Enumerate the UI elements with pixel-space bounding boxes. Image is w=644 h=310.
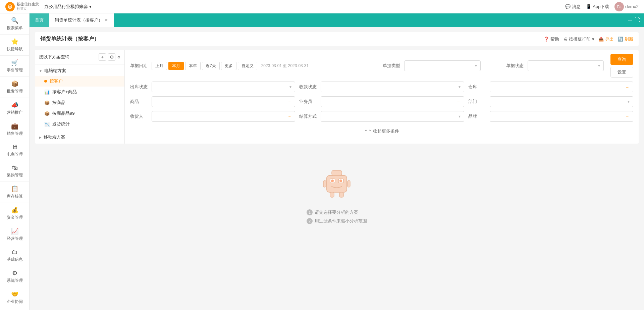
doc-type-arrow-icon: ▾: [475, 63, 477, 68]
scheme-item-by-product-99-label: 按商品品99: [52, 110, 74, 116]
scheme-item-customer-product[interactable]: 📊 按客户+商品: [35, 87, 124, 97]
app-download-btn[interactable]: 📱 App下载: [586, 4, 609, 10]
scheme-item-by-customer[interactable]: 按客户: [35, 76, 124, 87]
sidebar-item-system[interactable]: ⚙ 系统管理: [0, 266, 29, 287]
help-label: 帮助: [550, 36, 559, 42]
salesperson-label: 业务员: [299, 99, 318, 105]
export-btn[interactable]: 📤 导出: [598, 36, 614, 42]
scheme-item-return-stat[interactable]: 📉 退货统计: [35, 119, 124, 130]
scheme-item-by-product-label: 按商品: [52, 100, 65, 106]
retail-icon: 🛒: [11, 59, 18, 66]
scheme-add-btn[interactable]: +: [99, 53, 106, 61]
out-status-control[interactable]: ▾: [152, 82, 295, 92]
purchase-icon: 🛍: [12, 164, 18, 171]
warehouse-control[interactable]: ···: [490, 82, 633, 92]
download-icon: 📱: [586, 4, 591, 9]
date-btn-more[interactable]: 更多: [221, 62, 236, 70]
query-btn[interactable]: 查询: [610, 54, 633, 65]
receipt-status-label: 收款状态: [299, 84, 318, 90]
department-control[interactable]: ▾: [490, 96, 633, 107]
tip-num-1: 1: [307, 209, 313, 215]
tip-text-2: 用过滤条件来缩小分析范围: [315, 218, 367, 224]
setting-btn[interactable]: 设置: [610, 67, 633, 78]
top-bar: 畅捷信好生意 标签页 办公用品行业模拟账套 ▾ 💬 消息 📱 App下载 Ea: [0, 0, 644, 13]
empty-tip-2: 2 用过滤条件来缩小分析范围: [307, 218, 367, 224]
sidebar-item-wholesale[interactable]: 📦 批发管理: [0, 77, 29, 98]
sidebar-item-retail[interactable]: 🛒 零售管理: [0, 56, 29, 77]
sidebar-item-search[interactable]: 🔍 搜索菜单: [0, 13, 29, 35]
marketing-icon: 📣: [11, 101, 18, 109]
scheme-group-mobile: ▶ 移动端方案: [35, 131, 124, 144]
doc-type-control[interactable]: ▾: [404, 60, 480, 71]
date-btn-this-month[interactable]: 本月: [168, 62, 184, 70]
sidebar-label-quick-nav: 快捷导航: [7, 46, 23, 52]
top-bar-left: 畅捷信好生意 标签页 办公用品行业模拟账套 ▾: [5, 2, 94, 11]
scheme-item-by-product-99[interactable]: 📦 按商品品99: [35, 108, 124, 119]
mobile-group-label: 移动端方案: [44, 134, 65, 140]
sidebar-item-quick-nav[interactable]: ⭐ 快捷导航: [0, 35, 29, 56]
brand-control[interactable]: ···: [490, 111, 633, 122]
sidebar-label-ecom: 电商管理: [7, 152, 23, 157]
scheme-group-mobile-header[interactable]: ▶ 移动端方案: [35, 132, 124, 142]
help-btn[interactable]: ❓ 帮助: [544, 36, 559, 42]
tab-minimize-btn[interactable]: ─: [628, 17, 632, 23]
product-label: 商品: [130, 99, 149, 105]
salesperson-control[interactable]: ···: [321, 96, 464, 107]
print-label: 按模板打印: [569, 36, 591, 42]
message-btn[interactable]: 💬 消息: [565, 4, 581, 10]
sidebar-item-basic[interactable]: 🗂 基础信息: [0, 245, 29, 266]
date-btn-last-month[interactable]: 上月: [152, 62, 167, 70]
scheme-group-pc-header[interactable]: ▼ 电脑端方案: [35, 66, 124, 76]
date-btn-7days[interactable]: 近7天: [202, 62, 220, 70]
avatar: Ea: [614, 2, 624, 11]
tab-home[interactable]: 首页: [30, 13, 49, 27]
inventory-icon: 📋: [11, 185, 18, 193]
date-btn-this-year[interactable]: 本年: [185, 62, 201, 70]
brand-dots-icon: ···: [626, 114, 630, 119]
empty-tip-1: 1 请先选择要分析的方案: [307, 209, 367, 215]
settlement-control[interactable]: ▾: [321, 111, 464, 122]
user-profile-btn[interactable]: Ea demo2: [614, 2, 639, 11]
sidebar-item-inventory[interactable]: 📋 库存核算: [0, 182, 29, 203]
tip-text-1: 请先选择要分析的方案: [315, 209, 358, 215]
salesperson-dots-icon: ···: [457, 99, 461, 104]
print-btn[interactable]: 🖨 按模板打印 ▾: [563, 36, 594, 42]
sidebar-item-guide[interactable]: 🎓 新手引导: [0, 308, 29, 310]
doc-status-control[interactable]: ▾: [528, 60, 604, 71]
product-dots-icon: ···: [287, 99, 291, 104]
scheme-collapse-btn[interactable]: «: [117, 54, 120, 60]
finance-icon: 💰: [11, 206, 18, 214]
tab-maximize-btn[interactable]: ⛶: [635, 17, 640, 23]
receipt-status-control[interactable]: ▾: [321, 82, 464, 92]
settlement-label: 结算方式: [299, 113, 318, 119]
product-control[interactable]: ···: [152, 96, 295, 107]
sidebar-item-sales-mgmt[interactable]: 💼 销售管理: [0, 119, 29, 140]
department-label: 部门: [468, 99, 487, 105]
refresh-btn[interactable]: 🔄 刷新: [618, 36, 633, 42]
return-stat-icon: 📉: [44, 121, 50, 127]
sidebar-item-ecom[interactable]: 🖥 电商管理: [0, 140, 29, 161]
sidebar-item-marketing[interactable]: 📣 营销推广: [0, 98, 29, 119]
sidebar-label-finance: 资金管理: [7, 215, 23, 220]
sidebar-item-purchase[interactable]: 🛍 采购管理: [0, 161, 29, 182]
tab-close-btn[interactable]: ✕: [105, 18, 108, 22]
svg-rect-0: [327, 175, 347, 192]
warehouse-dots-icon: ···: [626, 84, 630, 90]
scheme-item-by-product[interactable]: 📦 按商品: [35, 97, 124, 108]
app-selector[interactable]: 办公用品行业模拟账套 ▾: [42, 4, 94, 10]
sidebar-item-operation[interactable]: 📈 经营管理: [0, 224, 29, 245]
svg-rect-9: [332, 170, 342, 175]
svg-point-4: [339, 179, 342, 182]
tab-sales-stat[interactable]: 销货单统计表（按客户） ✕: [49, 13, 114, 27]
consignee-control[interactable]: ···: [152, 111, 295, 122]
tip-num-2: 2: [307, 218, 313, 224]
collapse-row[interactable]: ⌃⌃ 收起更多条件: [130, 126, 633, 136]
message-label: 消息: [572, 4, 581, 10]
date-btn-custom[interactable]: 自定义: [238, 62, 257, 70]
settlement-arrow-icon: ▾: [459, 114, 461, 119]
sidebar-item-cooperation[interactable]: 🤝 企业协同: [0, 287, 29, 308]
consignee-dots-icon: ···: [287, 114, 291, 119]
sidebar-item-finance[interactable]: 💰 资金管理: [0, 203, 29, 224]
export-icon: 📤: [598, 37, 604, 42]
scheme-settings-btn[interactable]: ⚙: [108, 53, 115, 61]
